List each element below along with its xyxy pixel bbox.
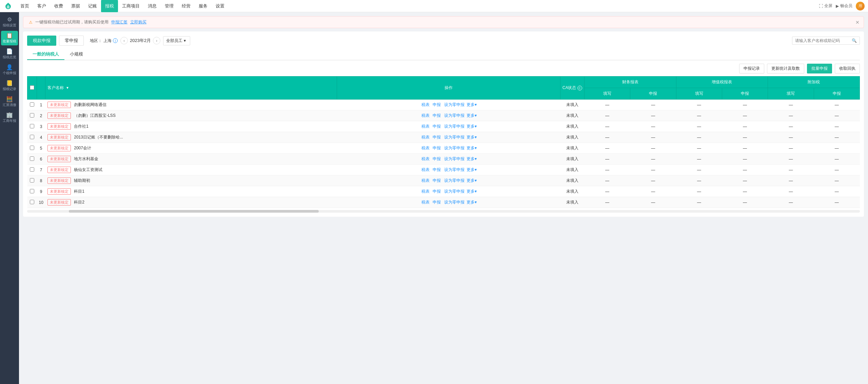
row-checkbox[interactable] — [27, 110, 37, 121]
op-zero-apply[interactable]: 设为零申报 — [444, 200, 465, 205]
op-more[interactable]: 更多▾ — [467, 113, 477, 118]
horizontal-scrollbar[interactable] — [27, 210, 860, 213]
op-zero-apply[interactable]: 设为零申报 — [444, 135, 465, 140]
row-select-checkbox[interactable] — [30, 167, 34, 172]
banner-link-buy[interactable]: 立即购买 — [130, 19, 146, 25]
sidebar-item-tax-overview[interactable]: 📄 报税总览 — [1, 47, 18, 61]
op-tax-table[interactable]: 税表 — [421, 135, 430, 140]
op-tax-table[interactable]: 税表 — [421, 102, 430, 107]
op-tax-table[interactable]: 税表 — [421, 113, 430, 118]
op-tax-table[interactable]: 税表 — [421, 189, 430, 194]
tab-tax-declaration[interactable]: 税款申报 — [27, 36, 56, 46]
op-more[interactable]: 更多▾ — [467, 178, 477, 183]
row-select-checkbox[interactable] — [30, 178, 34, 183]
date-prev-button[interactable]: ‹ — [120, 37, 128, 44]
nav-bookkeeping[interactable]: 记账 — [84, 0, 101, 12]
scrollbar-thumb[interactable] — [69, 210, 319, 213]
op-more[interactable]: 更多▾ — [467, 167, 477, 172]
search-input[interactable] — [795, 38, 850, 43]
sidebar-item-personal-tax[interactable]: 👤 个税申报 — [1, 63, 18, 77]
select-all-checkbox[interactable] — [30, 85, 34, 90]
tab-general-taxpayer[interactable]: 一般的纳税人 — [27, 49, 64, 60]
row-checkbox[interactable] — [27, 197, 37, 208]
region-info-icon[interactable]: i — [113, 38, 118, 43]
apply-record-button[interactable]: 申报记录 — [739, 64, 764, 73]
op-apply[interactable]: 申报 — [433, 156, 441, 161]
row-checkbox[interactable] — [27, 100, 37, 110]
member-button[interactable]: ▶ 畅会员 — [836, 3, 852, 9]
sidebar-item-tax-record[interactable]: 📒 报税记录 — [1, 79, 18, 93]
op-zero-apply[interactable]: 设为零申报 — [444, 156, 465, 161]
sidebar-item-annual-report[interactable]: 🏢 工商年报 — [1, 110, 18, 125]
nav-home[interactable]: 首页 — [16, 0, 33, 12]
fullscreen-button[interactable]: ⛶ 全屏 — [819, 3, 832, 9]
nav-business[interactable]: 工商项目 — [118, 0, 144, 12]
row-select-checkbox[interactable] — [30, 124, 34, 128]
row-select-checkbox[interactable] — [30, 189, 34, 193]
op-more[interactable]: 更多▾ — [467, 156, 477, 161]
nav-message[interactable]: 消息 — [144, 0, 161, 12]
nav-fee[interactable]: 收费 — [50, 0, 67, 12]
op-zero-apply[interactable]: 设为零申报 — [444, 178, 465, 183]
op-tax-table[interactable]: 税表 — [421, 167, 430, 172]
batch-apply-button[interactable]: 批量申报 — [807, 64, 832, 73]
op-zero-apply[interactable]: 设为零申报 — [444, 102, 465, 107]
op-apply[interactable]: 申报 — [433, 102, 441, 107]
op-zero-apply[interactable]: 设为零申报 — [444, 124, 465, 129]
row-checkbox[interactable] — [27, 121, 37, 132]
op-more[interactable]: 更多▾ — [467, 189, 477, 194]
banner-link-report[interactable]: 申报汇签 — [111, 19, 127, 25]
op-more[interactable]: 更多▾ — [467, 200, 477, 205]
op-apply[interactable]: 申报 — [433, 135, 441, 140]
sidebar-item-tax-settings[interactable]: ⚙ 报税设置 — [1, 15, 18, 29]
op-apply[interactable]: 申报 — [433, 124, 441, 129]
op-more[interactable]: 更多▾ — [467, 124, 477, 129]
op-tax-table[interactable]: 税表 — [421, 146, 430, 150]
op-zero-apply[interactable]: 设为零申报 — [444, 113, 465, 118]
nav-service[interactable]: 服务 — [195, 0, 212, 12]
row-select-checkbox[interactable] — [30, 156, 34, 161]
sort-icon[interactable]: ▾ — [66, 85, 68, 90]
row-checkbox[interactable] — [27, 143, 37, 154]
op-tax-table[interactable]: 税表 — [421, 200, 430, 205]
op-tax-table[interactable]: 税表 — [421, 124, 430, 129]
op-more[interactable]: 更多▾ — [467, 102, 477, 107]
op-more[interactable]: 更多▾ — [467, 135, 477, 140]
row-select-checkbox[interactable] — [30, 113, 34, 118]
avatar[interactable]: 用 — [856, 2, 865, 10]
op-tax-table[interactable]: 税表 — [421, 156, 430, 161]
op-apply[interactable]: 申报 — [433, 146, 441, 150]
row-select-checkbox[interactable] — [30, 102, 34, 107]
op-apply[interactable]: 申报 — [433, 200, 441, 205]
sidebar-item-annual-settlement[interactable]: 🧮 汇算清缴 — [1, 94, 18, 109]
row-checkbox[interactable] — [27, 154, 37, 165]
row-select-checkbox[interactable] — [30, 146, 34, 150]
banner-close-button[interactable]: ✕ — [855, 20, 860, 25]
nav-admin[interactable]: 管理 — [161, 0, 178, 12]
staff-select[interactable]: 全部员工 ▾ — [163, 36, 190, 45]
op-more[interactable]: 更多▾ — [467, 146, 477, 150]
op-apply[interactable]: 申报 — [433, 178, 441, 183]
nav-settings[interactable]: 设置 — [212, 0, 229, 12]
op-tax-table[interactable]: 税表 — [421, 178, 430, 183]
tab-zero-declaration[interactable]: 零申报 — [59, 36, 84, 46]
op-apply[interactable]: 申报 — [433, 113, 441, 118]
nav-operation[interactable]: 经营 — [178, 0, 195, 12]
row-checkbox[interactable] — [27, 165, 37, 175]
nav-client[interactable]: 客户 — [33, 0, 50, 12]
sidebar-item-batch-tax[interactable]: 📋 批量报税 — [1, 31, 18, 45]
op-zero-apply[interactable]: 设为零申报 — [444, 146, 465, 150]
op-zero-apply[interactable]: 设为零申报 — [444, 167, 465, 172]
nav-tax[interactable]: 报税 — [101, 0, 118, 12]
row-checkbox[interactable] — [27, 132, 37, 143]
op-zero-apply[interactable]: 设为零申报 — [444, 189, 465, 194]
nav-invoice[interactable]: 票据 — [67, 0, 84, 12]
update-stats-button[interactable]: 更新统计及取数 — [767, 64, 804, 73]
row-checkbox[interactable] — [27, 186, 37, 197]
retrieve-button[interactable]: 收取回执 — [835, 64, 860, 73]
row-checkbox[interactable] — [27, 175, 37, 186]
date-next-button[interactable]: › — [153, 37, 160, 44]
ca-info-icon[interactable]: C — [577, 86, 582, 90]
row-select-checkbox[interactable] — [30, 135, 34, 139]
search-box[interactable]: 🔍 — [792, 37, 860, 45]
